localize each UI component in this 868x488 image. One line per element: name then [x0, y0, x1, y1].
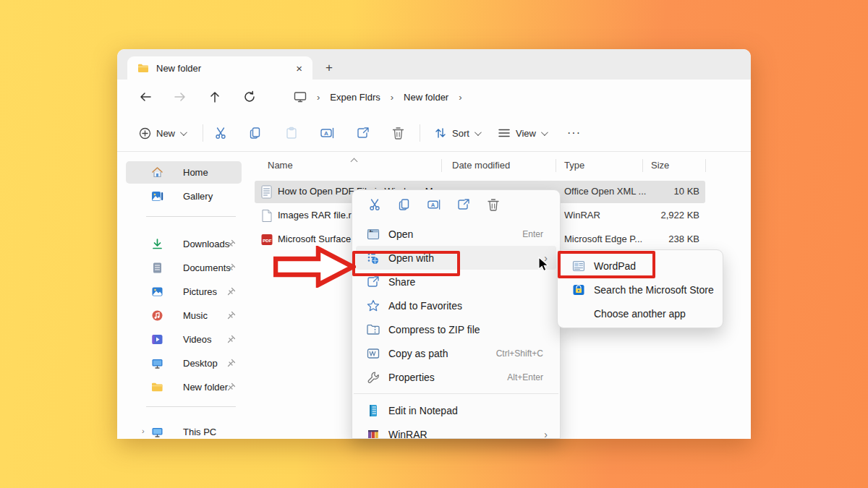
sidebar-item-new-folder[interactable]: New folder — [126, 376, 242, 398]
breadcrumb-item-expen-fldrs[interactable]: Expen Fldrs — [330, 92, 380, 103]
context-menu-quick-actions: A — [352, 190, 560, 216]
this-pc-breadcrumb-icon[interactable] — [294, 91, 307, 103]
new-tab-button[interactable]: + — [326, 61, 333, 75]
expander-chevron-icon[interactable]: › — [142, 427, 145, 435]
breadcrumb-item-new-folder[interactable]: New folder — [404, 92, 448, 103]
menu-item-label: WinRAR — [388, 429, 556, 440]
column-headers: Name Date modified Type Size — [246, 156, 751, 175]
this-pc-icon — [151, 426, 163, 438]
pin-icon — [226, 287, 236, 296]
menu-item-share[interactable]: Share — [356, 270, 556, 294]
menu-item-properties[interactable]: Properties Alt+Enter — [356, 365, 556, 389]
menu-item-open[interactable]: A= Open Enter — [356, 222, 556, 246]
tab-close-icon[interactable]: × — [293, 62, 305, 74]
pin-icon — [226, 382, 236, 392]
rename-button[interactable]: A — [320, 123, 335, 143]
sidebar-item-label: This PC — [183, 427, 242, 437]
submenu-item-wordpad[interactable]: WordPad — [561, 254, 719, 278]
column-header-size[interactable]: Size — [651, 160, 669, 171]
column-header-name[interactable]: Name — [268, 160, 293, 171]
menu-item-winrar[interactable]: WinRAR › — [356, 422, 556, 439]
menu-item-copy-as-path[interactable]: Copy as path Ctrl+Shift+C — [356, 341, 556, 365]
open-with-icon — [366, 251, 380, 265]
sidebar-item-downloads[interactable]: Downloads — [126, 233, 242, 255]
chevron-down-icon — [541, 129, 548, 136]
file-size: 238 KB — [633, 234, 699, 244]
icon-spacer — [571, 307, 586, 321]
sort-button[interactable]: Sort — [434, 123, 480, 143]
copy-icon[interactable] — [397, 197, 412, 212]
folder-icon — [151, 381, 163, 393]
address-bar: › Expen Fldrs › New folder › — [117, 80, 751, 114]
menu-item-edit-in-notepad[interactable]: Edit in Notepad — [356, 398, 556, 422]
delete-icon[interactable] — [486, 197, 501, 212]
submenu-item-choose-another-app[interactable]: Choose another app — [561, 301, 719, 325]
sidebar-item-desktop[interactable]: Desktop — [126, 352, 242, 374]
cut-button[interactable] — [213, 123, 228, 143]
cut-icon[interactable] — [367, 197, 382, 212]
tab-strip: New folder × + — [117, 49, 751, 80]
mouse-cursor — [538, 257, 551, 273]
sidebar-item-pictures[interactable]: Pictures — [126, 281, 242, 303]
column-divider[interactable] — [441, 159, 442, 172]
submenu-item-search-microsoft-store[interactable]: Search the Microsoft Store — [561, 278, 719, 301]
breadcrumb-separator: › — [391, 92, 393, 103]
column-header-type[interactable]: Type — [564, 160, 584, 171]
menu-item-label: Share — [388, 276, 556, 288]
sidebar-item-videos[interactable]: Videos — [126, 328, 242, 351]
sort-icon — [434, 127, 447, 140]
more-icon: ··· — [567, 127, 581, 140]
refresh-icon[interactable] — [243, 90, 256, 103]
copy-button[interactable] — [248, 123, 263, 143]
command-toolbar: New — [117, 114, 751, 152]
pin-icon — [226, 239, 236, 249]
folder-icon — [137, 63, 149, 73]
sidebar-item-this-pc[interactable]: › This PC — [126, 421, 242, 439]
chevron-down-icon — [475, 129, 482, 136]
copy-as-path-icon — [366, 346, 380, 361]
view-icon — [498, 127, 511, 139]
sidebar-item-home[interactable]: Home — [126, 161, 242, 184]
sidebar-item-documents[interactable]: Documents — [126, 257, 242, 279]
submenu-item-label: WordPad — [594, 260, 719, 272]
sidebar-item-music[interactable]: Music — [126, 304, 242, 327]
back-icon[interactable] — [139, 90, 152, 103]
up-icon[interactable] — [208, 90, 221, 103]
file-size: 2,922 KB — [633, 210, 699, 221]
sidebar-item-label: Home — [183, 167, 242, 178]
share-button[interactable] — [356, 123, 370, 143]
breadcrumb: › Expen Fldrs › New folder › — [294, 91, 462, 103]
forward-icon[interactable] — [174, 90, 187, 103]
paste-button[interactable] — [284, 123, 299, 143]
svg-text:A=: A= — [370, 230, 373, 233]
sidebar-separator — [146, 406, 236, 407]
rename-icon[interactable]: A — [427, 197, 441, 212]
column-divider[interactable] — [556, 159, 556, 172]
sidebar-item-gallery[interactable]: Gallery — [126, 185, 242, 207]
annotation-arrow — [273, 246, 356, 288]
view-button[interactable]: View — [498, 123, 546, 143]
column-header-date-modified[interactable]: Date modified — [452, 160, 510, 171]
sidebar-item-label: Gallery — [183, 191, 242, 202]
new-button[interactable]: New — [139, 123, 185, 143]
file-name: Microsoft Surface L — [278, 234, 359, 244]
column-divider[interactable] — [642, 159, 643, 172]
pictures-icon — [151, 286, 163, 298]
delete-button[interactable] — [391, 123, 405, 143]
documents-icon — [151, 262, 163, 274]
menu-item-label: Open — [388, 228, 522, 240]
more-options-button[interactable]: ··· — [567, 123, 581, 143]
column-divider[interactable] — [705, 159, 706, 172]
navigation-pane: Home Gallery Downloads — [117, 152, 246, 439]
share-icon[interactable] — [456, 197, 471, 212]
sort-button-label: Sort — [452, 128, 469, 139]
menu-item-open-with[interactable]: Open with › — [356, 246, 556, 270]
menu-item-add-to-favorites[interactable]: Add to Favorites — [356, 294, 556, 317]
tab-new-folder[interactable]: New folder × — [127, 56, 312, 80]
pin-icon — [226, 263, 236, 273]
share-icon — [356, 126, 370, 140]
tab-label: New folder — [156, 63, 293, 74]
pin-icon — [226, 311, 236, 320]
menu-item-compress-to-zip[interactable]: Compress to ZIP file — [356, 317, 556, 341]
rename-icon: A — [320, 126, 335, 140]
